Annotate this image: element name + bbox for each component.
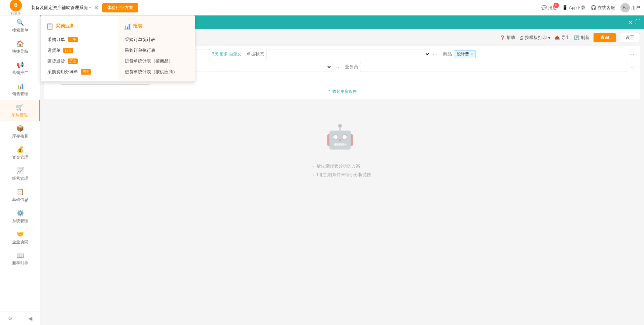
expense-history-badge: 历史 (81, 69, 91, 75)
operation-icon: 📈 (16, 167, 24, 174)
dropdown-item-receive-stat-supplier[interactable]: 进货单统计表（按供应商） (118, 67, 195, 77)
refresh-btn[interactable]: 🔄 刷新 (574, 35, 589, 41)
dropdown-header-report: 📊 报表 (118, 20, 195, 32)
dropdown-item-receive[interactable]: 进货单 历史 (41, 45, 118, 56)
sidebar-label-marketing: 营销推广 (12, 70, 28, 76)
sidebar-item-guide[interactable]: 📖 新手引导 (0, 248, 40, 270)
date-shortcuts: 7天 更多 自定义 (212, 51, 241, 57)
marketing-icon: 📢 (16, 61, 24, 69)
sidebar-label-system: 系统管理 (12, 218, 28, 224)
print-template-btn[interactable]: 🖨 按模板打印 ▾ (519, 35, 550, 41)
shortcut-more[interactable]: 更多 (220, 51, 228, 57)
shortcut-custom[interactable]: 自定义 (229, 51, 241, 57)
dropdown-item-return[interactable]: 进货退货 历史 (41, 56, 118, 67)
message-icon: 💬 (541, 5, 547, 10)
sidebar-collapse-btn[interactable]: ◀ (28, 315, 32, 322)
logo-icon: 6 (10, 0, 22, 11)
expense-label: 采购费用分摊单 (47, 69, 78, 75)
dropdown-item-po-exec[interactable]: 采购订单执行表 (118, 45, 195, 56)
goods-ellipsis[interactable]: ⋯ (629, 51, 635, 57)
receive-label: 进货单 (47, 47, 61, 53)
sidebar-item-enterprise[interactable]: 🤝 企业协同 (0, 227, 40, 248)
sidebar-item-nav[interactable]: 🏠 快捷导航 (0, 37, 40, 58)
shortcut-7days[interactable]: 7天 (212, 51, 218, 57)
sidebar-item-search[interactable]: 🔍 搜索菜单 (0, 15, 40, 37)
sidebar-settings-btn[interactable]: ⚙ (8, 315, 12, 322)
sidebar-label-enterprise: 企业协同 (12, 239, 28, 245)
sidebar-item-purchase[interactable]: 🛒 采购管理 (0, 100, 40, 121)
export-icon: 📤 (554, 35, 560, 40)
salesman-input[interactable] (360, 62, 627, 72)
salesman-ellipsis[interactable]: ⋯ (629, 64, 635, 70)
print-dropdown-icon: ▾ (548, 35, 550, 40)
sidebar-label-inventory: 库存核算 (12, 133, 28, 139)
user-btn[interactable]: Ea 用户 (620, 3, 640, 12)
topbar-right: 💬 消息 6 📱 App下载 🎧 在线客服 Ea 用户 (541, 3, 640, 12)
settings-icon[interactable]: ⚙ (94, 4, 99, 11)
collapse-label: 收起更多条件 (332, 89, 357, 94)
rank-ellipsis[interactable]: ⋯ (334, 64, 339, 70)
dropdown-item-po[interactable]: 采购订单 历史 (41, 34, 118, 45)
basic-icon: 📋 (16, 188, 24, 196)
export-btn[interactable]: 📤 导出 (554, 35, 570, 41)
dropdown-item-receive-stat-goods[interactable]: 进货单统计表（按商品） (118, 56, 195, 67)
sidebar-item-basic[interactable]: 📋 基础信息 (0, 185, 40, 206)
industry-btn[interactable]: 体验行业方案 (102, 3, 138, 12)
help-btn[interactable]: ❓ 帮助 (500, 35, 515, 41)
print-template-label: 按模板打印 (525, 35, 547, 41)
dropdown-header-purchase: 📋 采购业务 (41, 20, 118, 32)
salesman-filter: 业务员 ⋯ (345, 62, 635, 72)
empty-tip-2: 用[过滤]条件来缩小分析范围 (313, 170, 371, 179)
dropdown-item-expense[interactable]: 采购费用分摊单 历史 (41, 67, 118, 77)
tab-maximize-icon[interactable]: ⛶ (635, 19, 641, 25)
salesman-label: 业务员 (345, 64, 358, 70)
dropdown-menu: 📋 采购业务 采购订单 历史 进货单 历史 进货退货 历史 采购费用分摊单 历史 (40, 15, 195, 82)
status-select[interactable] (266, 49, 431, 59)
filter-settings-btn[interactable]: 设置 (620, 33, 640, 42)
finance-icon: 💰 (16, 146, 24, 153)
message-badge: 6 (553, 3, 559, 8)
sidebar-label-nav: 快捷导航 (12, 49, 28, 54)
logo-area: 6 标准版 (4, 0, 28, 16)
topbar-left: 6 标准版 装备及固定资产辅助管理系统 ▾ ⚙ 体验行业方案 (4, 0, 138, 16)
logo-char: 6 (14, 2, 17, 9)
help-icon: ❓ (500, 35, 505, 40)
system-select[interactable]: 装备及固定资产辅助管理系统 ▾ (31, 5, 91, 11)
sidebar: 🔍 搜索菜单 🏠 快捷导航 📢 营销推广 📊 销售管理 🛒 采购管理 📦 (0, 15, 40, 325)
sidebar-nav: 🔍 搜索菜单 🏠 快捷导航 📢 营销推广 📊 销售管理 🛒 采购管理 📦 (0, 15, 40, 270)
online-service-btn[interactable]: 🎧 在线客服 (591, 5, 615, 11)
sidebar-item-marketing[interactable]: 📢 营销推广 (0, 58, 40, 79)
query-btn[interactable]: 查询 (594, 33, 616, 42)
sidebar-item-system[interactable]: ⚙️ 系统管理 (0, 206, 40, 227)
goods-tag: 设计费 × (454, 50, 476, 58)
sidebar-label-operation: 经营管理 (12, 176, 28, 181)
return-label: 进货退货 (47, 58, 65, 64)
empty-tip-1: 请先选择要分析的方案 (313, 162, 371, 170)
po-history-badge: 历史 (68, 37, 78, 42)
dropdown-section-purchase: 📋 采购业务 采购订单 历史 进货单 历史 进货退货 历史 采购费用分摊单 历史 (41, 16, 118, 81)
user-label: 用户 (631, 5, 640, 11)
goods-tag-close[interactable]: × (470, 52, 473, 56)
dropdown-title-purchase: 采购业务 (56, 23, 74, 29)
purchase-icon: 🛒 (16, 104, 23, 111)
receive-history-badge: 历史 (63, 48, 73, 53)
message-btn[interactable]: 💬 消息 6 (541, 5, 557, 11)
dropdown-item-po-stat[interactable]: 采购订单统计表 (118, 34, 195, 45)
home-icon: 🏠 (16, 40, 24, 47)
system-title: 装备及固定资产辅助管理系统 (31, 5, 88, 11)
chevron-down-icon: ▾ (89, 6, 91, 9)
sidebar-label-purchase: 采购管理 (11, 112, 28, 118)
sidebar-item-sales[interactable]: 📊 销售管理 (0, 79, 40, 100)
collapse-row[interactable]: ⌃ 收起更多条件 (50, 87, 635, 96)
avatar-text: Ea (623, 5, 628, 10)
sidebar-item-operation[interactable]: 📈 经营管理 (0, 164, 40, 185)
app-download-btn[interactable]: 📱 App下载 (562, 5, 585, 11)
sidebar-item-finance[interactable]: 💰 资金管理 (0, 143, 40, 164)
empty-icon: 🤖 (325, 123, 359, 156)
status-ellipsis[interactable]: ⋯ (432, 51, 438, 57)
sidebar-item-inventory[interactable]: 📦 库存核算 (0, 121, 40, 143)
return-history-badge: 历史 (68, 58, 78, 64)
collapse-up-icon: ⌃ (328, 89, 331, 94)
search-icon: 🔍 (16, 19, 24, 26)
tab-window-close-icon[interactable]: ✕ (628, 19, 633, 26)
